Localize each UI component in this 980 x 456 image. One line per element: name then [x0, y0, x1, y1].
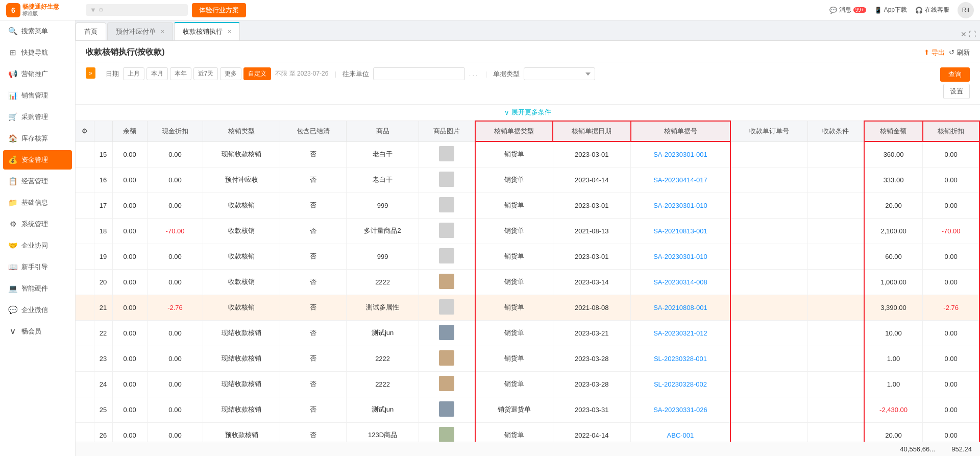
date-btn-this-year[interactable]: 本年 — [170, 67, 191, 80]
sales-icon: 📊 — [8, 91, 17, 100]
query-button[interactable]: 查询 — [940, 67, 970, 82]
sidebar-item-operations[interactable]: 📋 经营管理 — [0, 171, 75, 192]
voucher-bill-no-link[interactable]: SA-20230314-008 — [653, 278, 707, 286]
sidebar-item-wechat[interactable]: 💬 企业微信 — [0, 299, 75, 321]
tab-receipt-cancel-label: 收款核销执行 — [183, 27, 223, 36]
sidebar-item-basic-info[interactable]: 📁 基础信息 — [0, 192, 75, 213]
cell-balance: 0.00 — [112, 269, 147, 295]
tab-home[interactable]: 首页 — [76, 22, 106, 40]
refresh-button[interactable]: ↺ 刷新 — [949, 48, 970, 57]
cell-rownum: 19 — [94, 244, 112, 269]
voucher-bill-no-link[interactable]: SA-20210808-001 — [653, 304, 707, 311]
cell-receipt-order-no — [730, 295, 808, 320]
voucher-bill-no-link[interactable]: SA-20230331-026 — [653, 406, 707, 414]
sidebar-item-cooperation[interactable]: 🤝 企业协同 — [0, 235, 75, 256]
voucher-bill-no-link[interactable]: SA-20230414-017 — [653, 176, 707, 184]
voucher-bill-no-link[interactable]: SL-20230328-002 — [654, 380, 707, 388]
cell-cash-discount: 0.00 — [147, 320, 203, 346]
date-btn-this-month[interactable]: 本月 — [146, 67, 168, 80]
sidebar-item-hardware[interactable]: 💻 智能硬件 — [0, 278, 75, 299]
voucher-bill-no-link[interactable]: SA-20210813-001 — [653, 227, 707, 235]
cell-cancel-discount: -70.00 — [923, 218, 979, 244]
voucher-bill-no-link[interactable]: SL-20230328-001 — [654, 355, 707, 363]
cell-cancel-type: 现销收款核销 — [203, 141, 280, 167]
sidebar-item-system[interactable]: ⚙ 系统管理 — [0, 213, 75, 235]
col-header-settings[interactable]: ⚙ — [76, 121, 94, 141]
avatar[interactable]: Rit — [958, 2, 974, 18]
cell-voucher-bill-no: SL-20230328-002 — [631, 371, 730, 397]
cell-product-img — [419, 320, 475, 346]
col-header-cancel-type: 核销类型 — [203, 121, 280, 141]
tab-prepay[interactable]: 预付冲应付单 × — [107, 22, 173, 40]
cell-receipt-order-no — [730, 141, 808, 167]
tab-receipt-cancel-close[interactable]: × — [228, 28, 231, 35]
cell-product-img — [419, 269, 475, 295]
tab-close-all-icon[interactable]: ✕ — [961, 30, 967, 38]
filter-row: » 日期 上月 本月 本年 近7天 更多 自定义 不限 至 2023-07-26… — [76, 62, 980, 105]
cell-voucher-bill-no: SA-20230301-010 — [631, 193, 730, 218]
table-row: 19 0.00 0.00 收款核销 否 999 销货单 2023-03-01 S… — [76, 244, 979, 269]
app-download-area[interactable]: 📱 App下载 — [874, 6, 907, 14]
date-btn-custom[interactable]: 自定义 — [243, 67, 271, 80]
sidebar-item-search[interactable]: 🔍 搜索菜单 — [0, 20, 75, 42]
industry-solution-button[interactable]: 体验行业方案 — [192, 3, 246, 17]
tab-prepay-label: 预付冲应付单 — [116, 27, 156, 36]
cell-include-settled: 否 — [280, 141, 347, 167]
cell-balance: 0.00 — [112, 320, 147, 346]
cell-include-settled: 否 — [280, 218, 347, 244]
sidebar-item-sales[interactable]: 📊 销售管理 — [0, 85, 75, 106]
cell-cancel-discount: 0.00 — [923, 193, 979, 218]
date-range-text: 不限 至 2023-07-26 — [275, 69, 328, 78]
sidebar-item-capital[interactable]: 💰 资金管理 — [3, 150, 72, 170]
sidebar-item-label: 企业微信 — [21, 305, 48, 315]
sidebar-item-member[interactable]: V 畅会员 — [0, 321, 75, 342]
cell-voucher-bill-type: 销货单 — [475, 193, 553, 218]
voucher-type-select[interactable] — [524, 67, 595, 80]
export-button[interactable]: ⬆ 导出 — [924, 48, 945, 57]
sidebar-item-quick-nav[interactable]: ⊞ 快捷导航 — [0, 42, 75, 63]
counterparty-input[interactable] — [373, 67, 465, 80]
settings-button[interactable]: 设置 — [943, 84, 970, 99]
cell-product: 测试jun — [347, 320, 419, 346]
date-btn-7days[interactable]: 近7天 — [193, 67, 218, 80]
cell-cash-discount: 0.00 — [147, 167, 203, 193]
col-header-receipt-condition: 收款条件 — [807, 121, 864, 141]
date-btn-more[interactable]: 更多 — [220, 67, 241, 80]
cell-product-img — [419, 218, 475, 244]
cell-receipt-condition — [807, 141, 864, 167]
sidebar-item-inventory[interactable]: 🏠 库存核算 — [0, 128, 75, 149]
voucher-bill-no-link[interactable]: SA-20230301-010 — [653, 202, 707, 209]
online-service-area[interactable]: 🎧 在线客服 — [915, 6, 949, 14]
sidebar-item-label: 基础信息 — [21, 198, 48, 207]
sidebar-item-marketing[interactable]: 📢 营销推广 — [0, 63, 75, 85]
cell-voucher-bill-no: SA-20230301-001 — [631, 141, 730, 167]
messages-area[interactable]: 💬 消息 99+ — [829, 6, 866, 14]
cell-product: 2222 — [347, 371, 419, 397]
cell-cancel-discount: 0.00 — [923, 141, 979, 167]
expand-more-bar[interactable]: ∨ 展开更多条件 — [76, 105, 980, 121]
table-row: 22 0.00 0.00 现结收款核销 否 测试jun 销货单 2023-03-… — [76, 320, 979, 346]
date-btn-last-month[interactable]: 上月 — [123, 67, 144, 80]
voucher-bill-no-link[interactable]: SA-20230301-001 — [653, 151, 707, 158]
filter-collapse-button[interactable]: » — [86, 67, 95, 79]
counterparty-label: 往来单位 — [342, 69, 369, 79]
sidebar-item-guide[interactable]: 📖 新手引导 — [0, 256, 75, 278]
voucher-bill-no-link[interactable]: SA-20230301-010 — [653, 253, 707, 260]
cell-voucher-bill-type: 销货退货单 — [475, 397, 553, 422]
cell-receipt-order-no — [730, 320, 808, 346]
cell-rownum: 24 — [94, 371, 112, 397]
cell-include-settled: 否 — [280, 244, 347, 269]
tab-receipt-cancel[interactable]: 收款核销执行 × — [174, 22, 240, 40]
guide-icon: 📖 — [8, 262, 17, 272]
tab-maximize-icon[interactable]: ⛶ — [969, 30, 976, 38]
top-bar-search[interactable]: ▼ ⚙ — [86, 4, 188, 16]
voucher-bill-no-link[interactable]: ABC-001 — [667, 431, 694, 439]
table-container[interactable]: ⚙ 余额 现金折扣 核销类型 包含已结清 商品 商品图片 核销单据类型 核销单据… — [76, 121, 980, 456]
cell-voucher-bill-date: 2023-03-14 — [553, 269, 630, 295]
sidebar-item-purchase[interactable]: 🛒 采购管理 — [0, 106, 75, 128]
cell-include-settled: 否 — [280, 371, 347, 397]
cell-cancel-type: 现结收款核销 — [203, 346, 280, 371]
voucher-bill-no-link[interactable]: SA-20230321-012 — [653, 329, 707, 337]
tab-prepay-close[interactable]: × — [161, 28, 164, 35]
messages-label: 消息 — [839, 6, 851, 14]
